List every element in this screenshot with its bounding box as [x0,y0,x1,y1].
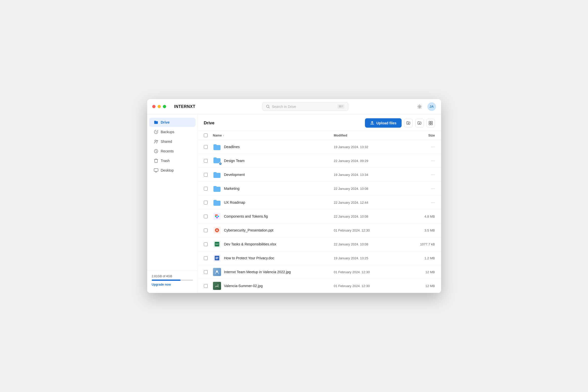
file-modified: 22 January 2024. 09:29 [334,159,400,163]
file-row[interactable]: Design Team 22 January 2024. 09:29 — [198,154,441,168]
folder-upload-icon [406,121,410,125]
file-name-text: Marketing [224,187,239,191]
row-checkbox[interactable] [204,159,208,163]
file-row[interactable]: Components and Tokens.fig 22 January 202… [198,210,441,223]
desktop-icon [154,168,158,173]
shared-badge [219,162,222,165]
file-name-text: Design Team [224,159,245,163]
file-row[interactable]: Marketing 22 January 2024. 10:08 — [198,182,441,196]
file-size: 12 MB [400,284,435,288]
upload-files-button[interactable]: Upload files [365,118,401,128]
search-icon [266,105,270,108]
trash-icon [154,158,158,163]
folder-deadlines-icon [213,143,221,151]
row-checkbox[interactable] [204,242,208,246]
sidebar-desktop-label: Desktop [161,168,174,172]
file-size: — [400,145,435,149]
svg-rect-10 [431,123,432,125]
svg-point-29 [217,285,219,286]
folder-marketing-icon [213,185,221,193]
grid-icon [429,121,433,125]
file-row[interactable]: Valencia-Summer-02.jpg 01 February 2024.… [198,279,441,293]
sidebar-footer: 2.81GB of 4GB Upgrade now [147,271,198,290]
file-name-text: Valencia-Summer-02.jpg [224,284,263,288]
file-name-text: Internxt Team Meetup in Valencia 2022.jp… [224,270,291,274]
upload-folder-button[interactable] [404,119,413,127]
sidebar-item-drive[interactable]: Drive [149,118,195,127]
file-row[interactable]: Internxt Team Meetup in Valencia 2022.jp… [198,265,441,279]
sidebar-item-shared[interactable]: Shared [149,137,195,146]
file-size: — [400,172,435,177]
row-checkbox[interactable] [204,187,208,191]
search-bar[interactable]: Search in Drive ⌘F [262,102,348,111]
user-avatar[interactable]: JA [427,102,436,111]
file-name-text: UX Roadmap [224,200,245,204]
settings-button[interactable] [415,102,424,111]
file-size: 4.8 MB [400,215,435,218]
modified-column-header[interactable]: Modified [334,133,400,137]
file-name-text: Deadlines [224,145,240,149]
folder-design-team-icon [213,157,221,165]
file-size: 3.5 MB [400,228,435,232]
size-column-header[interactable]: Size [400,133,435,137]
file-name-text: Dev Tasks & Responsibilities.xlsx [224,242,276,246]
file-modified: 22 January 2024. 10:08 [334,242,400,246]
app-logo: INTERNXT [174,104,195,109]
select-all-checkbox[interactable] [204,133,208,137]
file-modified: 01 February 2024. 12:30 [334,284,400,288]
row-checkbox[interactable] [204,270,208,274]
gear-icon [417,104,422,109]
maximize-button[interactable] [163,105,166,108]
fig-file-icon [213,212,221,220]
file-row[interactable]: Dev Tasks & Responsibilities.xlsx 22 Jan… [198,237,441,251]
row-checkbox[interactable] [204,201,208,204]
page-title: Drive [204,121,215,126]
svg-point-20 [217,216,219,217]
sidebar-nav: Drive Backups [147,117,198,271]
row-checkbox[interactable] [204,173,208,177]
storage-bar-fill [152,280,181,281]
sidebar-trash-label: Trash [161,159,170,163]
file-row[interactable]: Deadlines 19 January 2024. 13:32 — [198,140,441,154]
sidebar-item-backups[interactable]: Backups [149,127,195,136]
sidebar-item-desktop[interactable]: Desktop [149,166,195,175]
backups-icon [154,130,158,134]
xlsx-file-icon [213,240,221,248]
row-checkbox[interactable] [204,145,208,149]
table-header: Name ↑ Modified Size [198,131,441,140]
content-area: Drive Backups [147,114,441,293]
row-checkbox[interactable] [204,215,208,218]
file-name-text: How to Protect Your Privacy.doc [224,256,274,260]
file-size: — [400,200,435,205]
file-row[interactable]: How to Protect Your Privacy.doc 19 Janua… [198,251,441,265]
header-right: JA [415,102,436,111]
sidebar-item-trash[interactable]: Trash [149,156,195,165]
upload-icon [370,121,374,125]
file-size: — [400,186,435,191]
file-row[interactable]: Cybersecurity_Presentation.ppt 01 Februa… [198,223,441,237]
row-checkbox[interactable] [204,256,208,260]
row-checkbox[interactable] [204,228,208,232]
sidebar-item-recents[interactable]: Recents [149,147,195,156]
upgrade-link[interactable]: Upgrade now [152,283,193,286]
storage-bar [152,280,193,281]
svg-rect-7 [429,121,430,123]
app-window: INTERNXT Search in Drive ⌘F JA [147,99,441,293]
new-folder-button[interactable] [415,119,424,127]
folder-development-icon [213,171,221,179]
search-shortcut: ⌘F [337,104,344,109]
minimize-button[interactable] [158,105,161,108]
name-column-header[interactable]: Name ↑ [213,133,334,137]
file-modified: 19 January 2024. 13:32 [334,145,400,149]
main-actions: Upload files [365,118,435,128]
jpg-meetup-icon [213,268,221,276]
file-row[interactable]: Development 19 January 2024. 13:34 — [198,168,441,182]
file-modified: 19 January 2024. 13:25 [334,256,400,260]
file-row[interactable]: UX Roadmap 22 January 2024. 12:44 — [198,196,441,210]
sort-icon: ↑ [223,134,224,137]
grid-view-button[interactable] [426,119,435,127]
sidebar-shared-label: Shared [161,140,172,144]
shared-icon [154,139,158,144]
row-checkbox[interactable] [204,284,208,288]
close-button[interactable] [152,105,156,108]
